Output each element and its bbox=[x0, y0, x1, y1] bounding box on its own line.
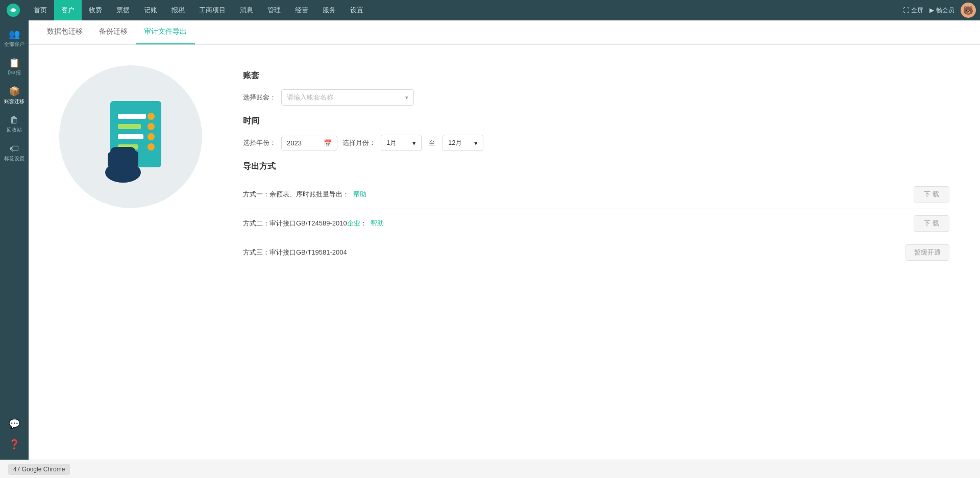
sidebar-label-all-clients: 全部客户 bbox=[4, 41, 24, 48]
nav-management[interactable]: 管理 bbox=[260, 0, 288, 20]
calendar-icon: 📅 bbox=[324, 139, 332, 147]
month-chevron-down-icon: ▾ bbox=[412, 139, 416, 147]
fullscreen-button[interactable]: ⛶ 全屏 bbox=[903, 6, 923, 15]
month-start-value: 1月 bbox=[386, 138, 397, 147]
method-2-download-button[interactable]: 下 载 bbox=[914, 215, 949, 232]
bottom-bar: 47 Google Chrome bbox=[0, 460, 980, 478]
nav-right: ⛶ 全屏 ▶ 畅会员 🐻 bbox=[903, 3, 976, 18]
tab-audit-export[interactable]: 审计文件导出 bbox=[136, 20, 195, 44]
export-section-title: 导出方式 bbox=[243, 161, 949, 172]
time-section-title: 时间 bbox=[243, 116, 949, 127]
page-content: 账套 选择账套： 请输入账套名称 ▾ 时间 选择年份： 2023 📅 bbox=[29, 45, 980, 460]
svg-rect-4 bbox=[118, 124, 141, 129]
user-avatar[interactable]: 🐻 bbox=[961, 3, 976, 18]
migration-icon: 📦 bbox=[9, 87, 20, 96]
fullscreen-icon: ⛶ bbox=[903, 7, 909, 14]
nav-operation[interactable]: 经营 bbox=[288, 0, 315, 20]
month-start-select[interactable]: 1月 ▾ bbox=[381, 135, 422, 151]
clients-icon: 👥 bbox=[9, 30, 20, 39]
tab-bar: 数据包迁移 备份迁移 审计文件导出 bbox=[29, 20, 980, 45]
month-select-label: 选择月份： bbox=[342, 138, 376, 147]
month-end-select[interactable]: 12月 ▾ bbox=[443, 135, 483, 151]
nav-home[interactable]: 首页 bbox=[27, 0, 54, 20]
svg-rect-12 bbox=[110, 147, 136, 175]
sidebar-label-recycle: 回收站 bbox=[7, 127, 22, 134]
export-method-2: 方式二：审计接口GB/T24589-2010企业： 帮助 下 载 bbox=[243, 209, 949, 238]
svg-rect-14 bbox=[132, 151, 138, 167]
nav-service[interactable]: 服务 bbox=[315, 0, 343, 20]
nav-message[interactable]: 消息 bbox=[233, 0, 260, 20]
declare-icon: 📋 bbox=[9, 58, 20, 67]
sidebar-item-recycle[interactable]: 🗑 回收站 bbox=[0, 110, 29, 139]
sidebar-item-zero-declare[interactable]: 📋 0申报 bbox=[0, 53, 29, 82]
nav-settings[interactable]: 设置 bbox=[343, 0, 371, 20]
year-select-label: 选择年份： bbox=[243, 138, 276, 147]
logo bbox=[4, 1, 22, 19]
account-select-row: 选择账套： 请输入账套名称 ▾ bbox=[243, 89, 949, 106]
year-value: 2023 bbox=[287, 139, 302, 147]
method-2-label: 方式二：审计接口GB/T24589-2010企业： 帮助 bbox=[243, 219, 914, 228]
time-row: 选择年份： 2023 📅 选择月份： 1月 ▾ 至 12月 ▾ bbox=[243, 135, 949, 151]
recycle-icon: 🗑 bbox=[10, 115, 19, 124]
illustration-container bbox=[59, 65, 202, 208]
nav-invoice[interactable]: 票据 bbox=[109, 0, 137, 20]
month-end-value: 12月 bbox=[448, 138, 462, 147]
nav-business[interactable]: 工商项目 bbox=[192, 0, 233, 20]
account-select-label: 选择账套： bbox=[243, 93, 276, 102]
sidebar-message-button[interactable]: 💬 bbox=[0, 415, 29, 433]
account-select[interactable]: 请输入账套名称 ▾ bbox=[281, 89, 414, 106]
sidebar-item-all-clients[interactable]: 👥 全部客户 bbox=[0, 24, 29, 53]
sidebar-help-button[interactable]: ❓ bbox=[0, 435, 29, 454]
chrome-tab[interactable]: 47 Google Chrome bbox=[8, 464, 70, 475]
sidebar-label-tag-settings: 标签设置 bbox=[4, 155, 24, 162]
sidebar-item-account-migration[interactable]: 📦 账套迁移 bbox=[0, 82, 29, 110]
method-1-download-button[interactable]: 下 载 bbox=[914, 186, 949, 203]
svg-rect-3 bbox=[118, 114, 146, 119]
content-area: 数据包迁移 备份迁移 审计文件导出 bbox=[29, 20, 980, 460]
nav-client[interactable]: 客户 bbox=[54, 0, 82, 20]
svg-rect-13 bbox=[108, 152, 114, 167]
sidebar-bottom: 💬 ❓ bbox=[0, 415, 29, 460]
nav-tax[interactable]: 报税 bbox=[164, 0, 192, 20]
main-layout: 👥 全部客户 📋 0申报 📦 账套迁移 🗑 回收站 🏷 标签设置 💬 ❓ 数据包… bbox=[0, 20, 980, 460]
sidebar-label-zero-declare: 0申报 bbox=[8, 69, 21, 77]
method-3-label: 方式三：审计接口GB/T19581-2004 bbox=[243, 248, 905, 257]
nav-items: 首页 客户 收费 票据 记账 报税 工商项目 消息 管理 经营 服务 设置 bbox=[27, 0, 903, 20]
sidebar-item-tag-settings[interactable]: 🏷 标签设置 bbox=[0, 139, 29, 167]
method-3-open-button[interactable]: 暂缓开通 bbox=[905, 244, 949, 261]
nav-billing[interactable]: 收费 bbox=[82, 0, 109, 20]
svg-point-7 bbox=[148, 113, 155, 120]
svg-point-9 bbox=[148, 133, 155, 140]
tab-backup-migration[interactable]: 备份迁移 bbox=[91, 20, 136, 44]
illustration-circle bbox=[59, 65, 202, 208]
sidebar-label-account-migration: 账套迁移 bbox=[4, 98, 24, 105]
account-select-placeholder: 请输入账套名称 bbox=[287, 93, 333, 102]
svg-point-8 bbox=[148, 123, 155, 130]
nav-bookkeeping[interactable]: 记账 bbox=[137, 0, 164, 20]
time-separator: 至 bbox=[427, 138, 437, 147]
method-2-help-link[interactable]: 帮助 bbox=[371, 219, 384, 227]
export-method-3: 方式三：审计接口GB/T19581-2004 暂缓开通 bbox=[243, 238, 949, 267]
method-1-help-link[interactable]: 帮助 bbox=[353, 190, 366, 198]
left-sidebar: 👥 全部客户 📋 0申报 📦 账套迁移 🗑 回收站 🏷 标签设置 💬 ❓ bbox=[0, 20, 29, 460]
svg-rect-5 bbox=[118, 134, 143, 139]
month-end-chevron-icon: ▾ bbox=[474, 139, 478, 147]
tag-icon: 🏷 bbox=[10, 144, 19, 153]
top-nav: 首页 客户 收费 票据 记账 报税 工商项目 消息 管理 经营 服务 设置 ⛶ … bbox=[0, 0, 980, 20]
form-area: 账套 选择账套： 请输入账套名称 ▾ 时间 选择年份： 2023 📅 bbox=[243, 65, 949, 267]
vip-icon: ▶ bbox=[929, 7, 934, 14]
vip-button[interactable]: ▶ 畅会员 bbox=[929, 6, 954, 15]
export-method-1: 方式一：余额表、序时账批量导出： 帮助 下 载 bbox=[243, 180, 949, 209]
method-2-company-text: 企业 bbox=[347, 219, 360, 227]
account-section-title: 账套 bbox=[243, 70, 949, 81]
method-1-label: 方式一：余额表、序时账批量导出： 帮助 bbox=[243, 190, 914, 199]
year-input[interactable]: 2023 📅 bbox=[281, 136, 337, 150]
tab-data-migration[interactable]: 数据包迁移 bbox=[39, 20, 91, 44]
svg-point-10 bbox=[148, 143, 155, 150]
svg-point-1 bbox=[12, 9, 15, 12]
chevron-down-icon: ▾ bbox=[405, 94, 408, 101]
